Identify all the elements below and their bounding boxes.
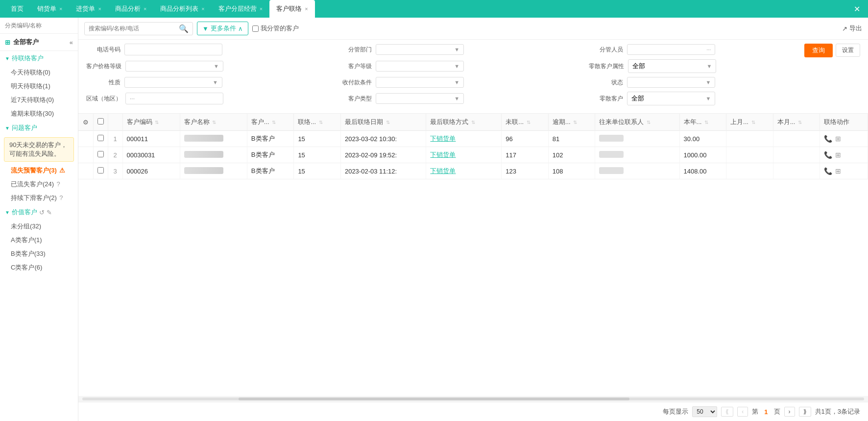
edit-icon[interactable]: ✎ bbox=[47, 209, 52, 216]
th-this-month[interactable]: 本月... ⇅ bbox=[773, 114, 820, 131]
filter-row-2: 客户价格等级 ▼ 客户等级 ▼ bbox=[86, 59, 798, 73]
horizontal-scrollbar[interactable] bbox=[78, 396, 868, 402]
td-last-method-1[interactable]: 下销货单 bbox=[426, 147, 502, 163]
row-checkbox-1[interactable] bbox=[97, 151, 104, 157]
more-action-icon-0[interactable]: ⊞ bbox=[835, 135, 841, 143]
refresh-icon[interactable]: ↺ bbox=[39, 209, 45, 216]
td-name-0 bbox=[180, 131, 247, 147]
th-checkbox[interactable] bbox=[93, 114, 108, 131]
row-checkbox-0[interactable] bbox=[97, 135, 104, 141]
th-not-contacted[interactable]: 未联... ⇅ bbox=[502, 114, 549, 131]
th-contact[interactable]: 联络... ⇅ bbox=[294, 114, 341, 131]
scrollbar-thumb[interactable] bbox=[239, 397, 629, 400]
sidebar-item-tomorrow[interactable]: 明天待联络(1) bbox=[0, 79, 78, 93]
my-customers-checkbox[interactable] bbox=[252, 25, 259, 32]
sidebar-item-ungrouped[interactable]: 未分组(32) bbox=[0, 220, 78, 233]
last-method-link-1[interactable]: 下销货单 bbox=[430, 151, 456, 158]
first-page-button[interactable]: ⟪ bbox=[721, 407, 733, 417]
td-level-1: B类客户 bbox=[247, 147, 294, 163]
th-overdue[interactable]: 逾期... ⇅ bbox=[548, 114, 595, 131]
last-method-link-2[interactable]: 下销货单 bbox=[430, 167, 456, 174]
my-customers-checkbox-wrap[interactable]: 我分管的客户 bbox=[252, 24, 299, 33]
contact-icon-0[interactable]: 📞 bbox=[824, 135, 832, 143]
tab-close-customer-segment[interactable]: × bbox=[260, 6, 263, 12]
tab-close-product-analysis-list[interactable]: × bbox=[201, 6, 204, 12]
tab-customer-contact[interactable]: 客户联络 × bbox=[269, 0, 314, 18]
sidebar-item-class-b[interactable]: B类客户(33) bbox=[0, 247, 78, 261]
tab-product-analysis[interactable]: 商品分析 × bbox=[108, 0, 153, 18]
th-last-contact-method[interactable]: 最后联络方式 ⇅ bbox=[426, 114, 502, 131]
sidebar-item-class-c[interactable]: C类客户(6) bbox=[0, 261, 78, 274]
tab-sales[interactable]: 销货单 × bbox=[30, 0, 69, 18]
more-action-icon-2[interactable]: ⊞ bbox=[835, 167, 841, 175]
td-checkbox-2[interactable] bbox=[93, 163, 108, 179]
tab-product-analysis-list[interactable]: 商品分析列表 × bbox=[153, 0, 211, 18]
td-last-method-2[interactable]: 下销货单 bbox=[426, 163, 502, 179]
tab-close-sales[interactable]: × bbox=[59, 6, 62, 12]
th-unit-contact[interactable]: 往来单位联系人 ⇅ bbox=[595, 114, 679, 131]
tab-close-purchase[interactable]: × bbox=[98, 6, 101, 12]
th-last-contact-date[interactable]: 最后联络日期 ⇅ bbox=[340, 114, 426, 131]
tab-home[interactable]: 首页 bbox=[4, 0, 30, 18]
main-search-input[interactable] bbox=[89, 25, 177, 32]
th-name[interactable]: 客户名称 ⇅ bbox=[180, 114, 247, 131]
next-page-button[interactable]: › bbox=[784, 407, 795, 417]
row-checkbox-2[interactable] bbox=[97, 167, 104, 173]
th-code[interactable]: 客户编码 ⇅ bbox=[122, 114, 180, 131]
phone-input[interactable] bbox=[124, 44, 222, 55]
select-all-checkbox[interactable] bbox=[97, 118, 104, 124]
td-checkbox-0[interactable] bbox=[93, 131, 108, 147]
status-select[interactable]: ▼ bbox=[627, 77, 715, 88]
prev-page-button[interactable]: ‹ bbox=[737, 407, 748, 417]
sidebar-group-problem[interactable]: ▼ 问题客户 bbox=[0, 121, 78, 135]
sidebar-collapse-btn[interactable]: « bbox=[70, 39, 73, 46]
sidebar-group-pending[interactable]: ▼ 待联络客户 bbox=[0, 51, 78, 66]
td-checkbox-1[interactable] bbox=[93, 147, 108, 163]
sidebar-item-today[interactable]: 今天待联络(0) bbox=[0, 66, 78, 79]
th-settings[interactable]: ⚙ bbox=[78, 114, 93, 131]
sidebar-item-declining[interactable]: 持续下滑客户(2) ? bbox=[0, 191, 78, 205]
more-conditions-button[interactable]: ▼ 更多条件 ∧ bbox=[197, 22, 248, 35]
zero-customer-label: 零散客户 bbox=[589, 95, 623, 103]
customer-type-select[interactable]: ▼ bbox=[376, 93, 464, 104]
settings-button[interactable]: 设置 bbox=[836, 44, 860, 57]
tab-close-product-analysis[interactable]: × bbox=[144, 6, 146, 12]
customer-level-select[interactable]: ▼ bbox=[376, 61, 464, 72]
sidebar-search-input[interactable] bbox=[5, 22, 78, 29]
page-size-select[interactable]: 50 100 bbox=[692, 406, 717, 417]
tab-purchase[interactable]: 进货单 × bbox=[69, 0, 108, 18]
contact-icon-2[interactable]: 📞 bbox=[824, 167, 832, 175]
filter-row-3: 性质 ▼ 收付款条件 ▼ bbox=[86, 77, 798, 88]
area-input[interactable]: ··· bbox=[125, 93, 223, 104]
manager-select[interactable]: ··· bbox=[627, 44, 715, 55]
sidebar-item-churned[interactable]: 已流失客户(24) ? bbox=[0, 177, 78, 191]
payment-select[interactable]: ▼ bbox=[376, 77, 464, 88]
last-method-link-0[interactable]: 下销货单 bbox=[430, 135, 456, 142]
td-last-method-0[interactable]: 下销货单 bbox=[426, 131, 502, 147]
th-level[interactable]: 客户... ⇅ bbox=[247, 114, 294, 131]
sidebar-item-churn-warning[interactable]: 流失预警客户(3) ⚠ bbox=[0, 164, 78, 177]
tab-close-customer-contact[interactable]: × bbox=[305, 6, 308, 12]
main-search-button[interactable]: 🔍 bbox=[179, 24, 189, 33]
sidebar-item-7days[interactable]: 近7天待联络(0) bbox=[0, 93, 78, 107]
more-action-icon-1[interactable]: ⊞ bbox=[835, 151, 841, 159]
contact-icon-1[interactable]: 📞 bbox=[824, 151, 832, 159]
sidebar-group-value[interactable]: ▼ 价值客户 ↺ ✎ bbox=[0, 205, 78, 220]
zero-customer-select[interactable]: 全部 ▼ bbox=[627, 92, 715, 105]
tab-customer-segment[interactable]: 客户分层经营 × bbox=[212, 0, 269, 18]
nature-select[interactable]: ▼ bbox=[124, 77, 222, 88]
filter-fields-area: 电话号码 分管部门 ▼ 分管人员 bbox=[86, 44, 798, 109]
sidebar-all-customers[interactable]: ⊞ 全部客户 « bbox=[0, 34, 78, 51]
window-close-button[interactable]: ✕ bbox=[850, 4, 864, 14]
th-last-month[interactable]: 上月... ⇅ bbox=[726, 114, 773, 131]
th-this-year[interactable]: 本年... ⇅ bbox=[679, 114, 726, 131]
zero-attr-select[interactable]: 全部 ▼ bbox=[628, 59, 716, 73]
dept-select[interactable]: ▼ bbox=[376, 44, 464, 55]
sidebar-item-overdue[interactable]: 逾期未联络(30) bbox=[0, 107, 78, 121]
export-button[interactable]: ↗ 导出 bbox=[842, 24, 862, 33]
price-level-select[interactable]: ▼ bbox=[125, 61, 223, 72]
last-page-button[interactable]: ⟫ bbox=[799, 407, 811, 417]
settings-icon[interactable]: ⚙ bbox=[83, 119, 89, 126]
sidebar-item-class-a[interactable]: A类客户(1) bbox=[0, 233, 78, 247]
query-button[interactable]: 查询 bbox=[804, 44, 833, 57]
